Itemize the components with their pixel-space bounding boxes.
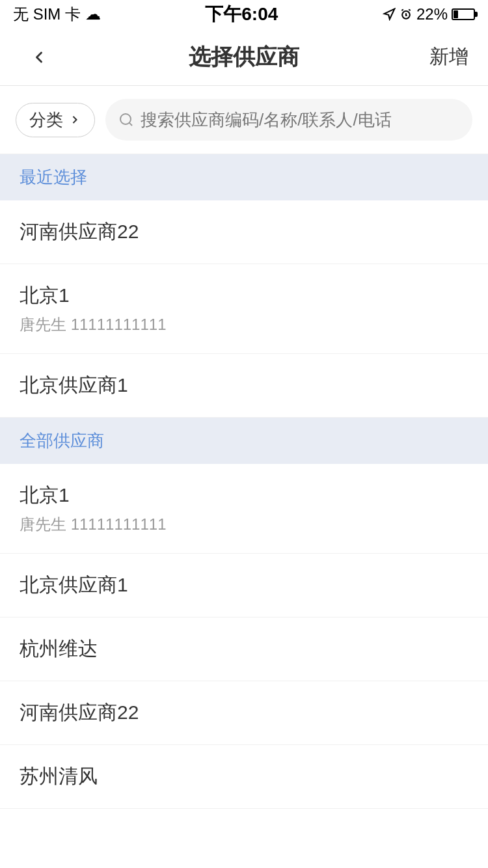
svg-marker-0 (384, 9, 394, 20)
search-input[interactable] (141, 110, 459, 130)
list-item-sub: 唐先生 11111111111 (20, 314, 468, 335)
alarm-icon (400, 8, 413, 21)
list-item-name: 北京1 (20, 482, 468, 509)
all-section-header: 全部供应商 (0, 418, 488, 464)
recent-section-header: 最近选择 (0, 154, 488, 200)
all-section-label: 全部供应商 (20, 431, 104, 450)
recent-list-item[interactable]: 北京供应商1 (0, 354, 488, 418)
svg-line-3 (409, 10, 411, 11)
category-label: 分类 (29, 109, 63, 131)
list-item-name: 北京供应商1 (20, 372, 468, 399)
recent-list: 河南供应商22北京1唐先生 11111111111北京供应商1 (0, 200, 488, 418)
search-icon (118, 112, 134, 128)
battery-icon (452, 8, 475, 20)
battery-percent: 22% (416, 5, 448, 23)
list-item-name: 杭州维达 (20, 636, 468, 662)
svg-line-2 (401, 10, 403, 11)
status-right: 22% (383, 5, 475, 23)
svg-line-5 (129, 123, 132, 126)
all-list-item[interactable]: 苏州清风 (0, 745, 488, 809)
nav-bar: 选择供应商 新增 (0, 29, 488, 86)
list-item-sub: 唐先生 11111111111 (20, 514, 468, 535)
sim-text: 无 SIM 卡 ☁ (13, 4, 101, 25)
status-time: 下午6:04 (205, 2, 278, 27)
recent-list-item[interactable]: 北京1唐先生 11111111111 (0, 264, 488, 354)
category-filter[interactable]: 分类 (16, 103, 95, 137)
all-list-item[interactable]: 北京供应商1 (0, 554, 488, 617)
page-title: 选择供应商 (189, 42, 299, 72)
back-button[interactable] (20, 38, 59, 77)
list-item-name: 河南供应商22 (20, 699, 468, 726)
location-icon (383, 8, 396, 21)
status-bar: 无 SIM 卡 ☁ 下午6:04 22% (0, 0, 488, 29)
all-list: 北京1唐先生 11111111111北京供应商1杭州维达河南供应商22苏州清风 (0, 464, 488, 809)
status-left: 无 SIM 卡 ☁ (13, 4, 101, 25)
list-item-name: 苏州清风 (20, 763, 468, 790)
recent-list-item[interactable]: 河南供应商22 (0, 200, 488, 264)
back-icon (30, 48, 48, 66)
list-item-name: 北京1 (20, 282, 468, 309)
all-list-item[interactable]: 杭州维达 (0, 617, 488, 681)
recent-section-label: 最近选择 (20, 167, 87, 187)
search-box[interactable] (105, 99, 472, 141)
all-list-item[interactable]: 河南供应商22 (0, 681, 488, 745)
list-item-name: 河南供应商22 (20, 219, 468, 245)
filter-bar: 分类 (0, 86, 488, 154)
chevron-right-icon (68, 113, 81, 126)
all-list-item[interactable]: 北京1唐先生 11111111111 (0, 464, 488, 554)
list-item-name: 北京供应商1 (20, 572, 468, 599)
add-button[interactable]: 新增 (429, 44, 468, 70)
svg-point-4 (120, 114, 131, 124)
